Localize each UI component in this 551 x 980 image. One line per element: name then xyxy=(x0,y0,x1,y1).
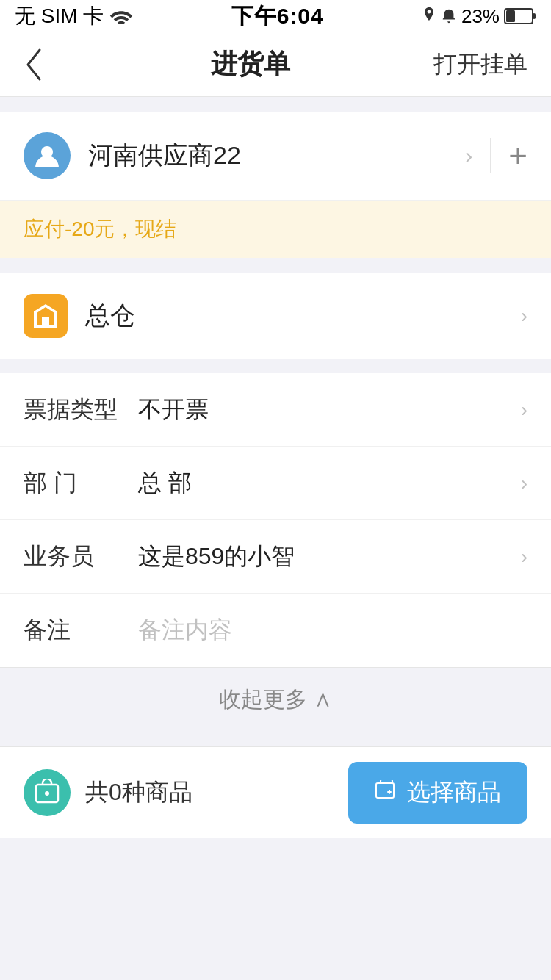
invoice-type-chevron-icon: › xyxy=(521,398,527,422)
page-title: 进货单 xyxy=(211,46,290,82)
nav-bar: 进货单 打开挂单 xyxy=(0,32,551,97)
remark-input[interactable]: 备注内容 xyxy=(126,614,527,646)
svg-rect-7 xyxy=(376,783,394,798)
salesperson-chevron-icon: › xyxy=(521,545,527,569)
salesperson-value: 这是859的小智 xyxy=(126,541,521,573)
bottom-bar: 共0种商品 选择商品 xyxy=(0,746,551,838)
warehouse-row[interactable]: 总仓 › xyxy=(0,273,551,359)
collapse-button[interactable]: 收起更多 ∧ xyxy=(0,667,551,732)
warehouse-name: 总仓 xyxy=(85,299,521,333)
carrier-label: 无 SIM 卡 xyxy=(15,2,104,30)
form-section: 票据类型 不开票 › 部 门 总 部 › 业务员 这是859的小智 › 备注 备… xyxy=(0,373,551,667)
product-count: 共0种商品 xyxy=(85,777,348,809)
supplier-card: 河南供应商22 › + 应付-20元，现结 xyxy=(0,112,551,258)
department-label: 部 门 xyxy=(24,467,126,500)
select-product-label: 选择商品 xyxy=(407,777,501,809)
alarm-icon xyxy=(441,7,457,25)
remark-label: 备注 xyxy=(24,614,126,646)
back-button[interactable] xyxy=(24,47,68,82)
status-right: 23% xyxy=(422,5,536,28)
remark-row[interactable]: 备注 备注内容 xyxy=(0,594,551,667)
department-row[interactable]: 部 门 总 部 › xyxy=(0,447,551,520)
status-bar: 无 SIM 卡 下午6:04 23% xyxy=(0,0,551,32)
battery-icon xyxy=(504,8,536,24)
invoice-type-value: 不开票 xyxy=(126,394,521,426)
salesperson-row[interactable]: 业务员 这是859的小智 › xyxy=(0,520,551,594)
status-left: 无 SIM 卡 xyxy=(15,2,133,30)
notice-bar: 应付-20元，现结 xyxy=(0,201,551,258)
supplier-chevron-icon: › xyxy=(465,143,472,168)
empty-area xyxy=(0,838,551,980)
invoice-type-row[interactable]: 票据类型 不开票 › xyxy=(0,373,551,447)
supplier-name: 河南供应商22 xyxy=(88,139,465,173)
svg-rect-4 xyxy=(42,317,49,328)
wifi-icon xyxy=(109,8,133,24)
supplier-row[interactable]: 河南供应商22 › + xyxy=(0,112,551,201)
product-icon-wrap xyxy=(24,769,71,816)
select-product-button[interactable]: 选择商品 xyxy=(348,762,527,824)
warehouse-icon xyxy=(24,294,68,338)
location-icon xyxy=(422,7,436,25)
svg-rect-2 xyxy=(533,13,536,19)
select-product-icon xyxy=(375,779,398,807)
department-value: 总 部 xyxy=(126,467,521,500)
top-divider xyxy=(0,97,551,112)
svg-rect-1 xyxy=(506,10,515,22)
svg-point-6 xyxy=(45,791,49,796)
salesperson-label: 业务员 xyxy=(24,541,126,573)
status-time: 下午6:04 xyxy=(231,1,324,32)
product-icon xyxy=(33,779,61,807)
battery-label: 23% xyxy=(461,5,500,28)
department-chevron-icon: › xyxy=(521,472,527,495)
divider-2 xyxy=(0,258,551,273)
add-supplier-button[interactable]: + xyxy=(508,140,527,172)
invoice-type-label: 票据类型 xyxy=(24,394,126,426)
open-pending-button[interactable]: 打开挂单 xyxy=(433,48,527,81)
supplier-avatar xyxy=(24,132,71,179)
warehouse-chevron-icon: › xyxy=(521,304,527,328)
warehouse-card: 总仓 › xyxy=(0,273,551,359)
vertical-divider xyxy=(490,138,491,173)
